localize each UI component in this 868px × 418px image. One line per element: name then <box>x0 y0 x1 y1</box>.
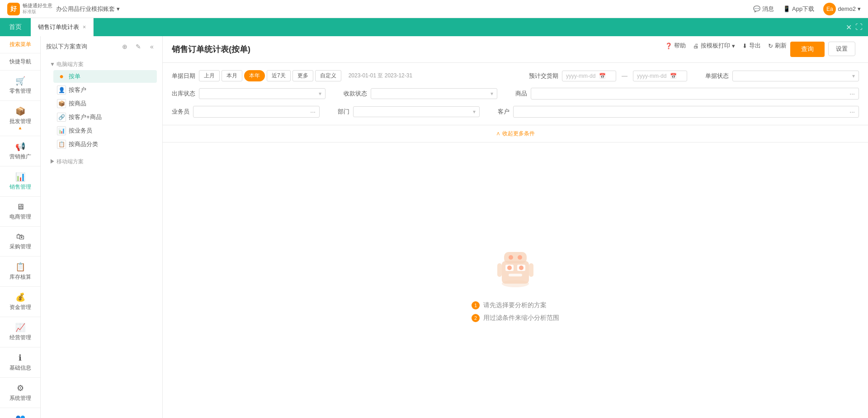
dept-label: 部门 <box>338 108 349 116</box>
message-icon: 💬 <box>753 5 760 12</box>
sidebar-item-inventory[interactable]: 📋 库存核算 <box>0 256 40 287</box>
sidebar-item-system[interactable]: ⚙ 系统管理 <box>0 378 40 408</box>
user-chevron-icon: ▾ <box>858 5 861 12</box>
export-btn[interactable]: ⬇ 导出 <box>742 42 761 50</box>
scheme-by-category[interactable]: 📋 按商品分类 <box>53 138 157 151</box>
message-btn[interactable]: 💬 消息 <box>753 5 774 13</box>
bill-status-select[interactable]: ▾ <box>732 71 859 81</box>
sidebar-label-system: 系统管理 <box>4 394 37 402</box>
sidebar-label-purchase: 采购管理 <box>4 243 37 251</box>
print-label: 按模板打印 <box>701 42 730 50</box>
sidebar: 搜索菜单 快捷导航 🛒 零售管理 📦 批发管理 ▲ 📢 营销推广 📊 销售管理 … <box>0 36 41 418</box>
box-icon: 📦 <box>57 99 66 108</box>
sidebar-nav[interactable]: 快捷导航 <box>0 53 40 71</box>
refresh-btn[interactable]: ↻ 刷新 <box>768 42 787 50</box>
left-panel: 按以下方案查询 ⊕ ✎ « ▼ 电脑端方案 <box>41 36 163 418</box>
industry-name: 办公用品行业模拟账套 <box>56 5 115 13</box>
sidebar-item-cooperation[interactable]: 👥 企业协同 <box>0 408 40 418</box>
hint-text-1: 请先选择要分析的方案 <box>483 301 547 309</box>
page-actions: ❓ 帮助 🖨 按模板打印 ▾ ⬇ 导出 <box>665 42 787 50</box>
logo-subtitle: 标准版 <box>23 9 52 15</box>
svg-rect-9 <box>504 252 527 263</box>
expected-date-to-placeholder: yyyy-mm-dd <box>637 73 666 79</box>
product-select[interactable]: ··· <box>531 88 859 100</box>
sidebar-item-sales[interactable]: 📊 销售管理 <box>0 166 40 197</box>
expected-date-to[interactable]: yyyy-mm-dd 📅 <box>633 71 687 81</box>
scheme-by-salesperson-label: 按业务员 <box>69 127 92 135</box>
print-btn[interactable]: 🖨 按模板打印 ▾ <box>693 42 735 50</box>
date-btn-7days[interactable]: 近7天 <box>267 70 291 81</box>
collapse-panel-btn[interactable]: « <box>147 42 157 52</box>
edit-scheme-btn[interactable]: ✎ <box>133 42 143 52</box>
expand-indicator: ▲ <box>4 125 37 130</box>
sidebar-label-sales: 销售管理 <box>4 183 37 191</box>
date-separator: — <box>622 72 627 79</box>
scheme-by-customer[interactable]: 👤 按客户 <box>53 84 157 96</box>
industry-selector[interactable]: 办公用品行业模拟账套 ▾ <box>56 5 120 13</box>
collapse-icon: « <box>150 43 154 50</box>
svg-rect-7 <box>497 263 502 277</box>
query-button[interactable]: 查询 <box>790 42 825 57</box>
close-window-icon[interactable]: ✕ <box>846 23 852 32</box>
top-bar-right: 💬 消息 📱 App下载 Ea demo2 ▾ <box>753 3 861 15</box>
date-btn-last-month[interactable]: 上月 <box>199 70 220 81</box>
collapse-bar[interactable]: ∧ 收起更多条件 <box>163 125 868 142</box>
page-title: 销售订单统计表(按单) <box>172 44 250 55</box>
add-scheme-btn[interactable]: ⊕ <box>120 42 130 52</box>
tab-close-icon[interactable]: × <box>83 24 86 30</box>
scheme-by-product[interactable]: 📦 按商品 <box>53 97 157 110</box>
empty-text: 1 请先选择要分析的方案 2 用过滤条件来缩小分析范围 <box>472 301 559 322</box>
filter-customer: 客户 ··· <box>498 106 859 118</box>
sidebar-item-basic[interactable]: ℹ 基础信息 <box>0 347 40 378</box>
edit-icon: ✎ <box>136 43 141 50</box>
scheme-tree: ● 按单 👤 按客户 📦 按商品 🔗 按客户+商品 📊 按业务员 <box>46 70 157 151</box>
sidebar-item-purchase[interactable]: 🛍 采购管理 <box>0 227 40 256</box>
settings-button[interactable]: 设置 <box>828 42 855 56</box>
sidebar-label-finance: 资金管理 <box>4 304 37 311</box>
payment-status-select[interactable]: ▾ <box>371 88 497 99</box>
sidebar-item-marketing[interactable]: 📢 营销推广 <box>0 136 40 166</box>
tab-home[interactable]: 首页 <box>0 18 31 36</box>
system-icon: ⚙ <box>4 383 37 393</box>
scheme-by-order[interactable]: ● 按单 <box>53 70 157 83</box>
sidebar-item-operations[interactable]: 📈 经营管理 <box>0 317 40 347</box>
date-btn-this-month[interactable]: 本月 <box>222 70 242 81</box>
app-download-btn[interactable]: 📱 App下载 <box>783 5 814 13</box>
logo-area: 好 畅捷通好生意 标准版 <box>7 3 52 15</box>
print-icon: 🖨 <box>693 43 699 49</box>
sidebar-item-wholesale[interactable]: 📦 批发管理 ▲ <box>0 101 40 136</box>
tab-bar-right: ✕ ⛶ <box>846 23 868 32</box>
hint-num-2: 2 <box>472 314 480 322</box>
sidebar-search[interactable]: 搜索菜单 <box>0 36 40 53</box>
sidebar-item-retail[interactable]: 🛒 零售管理 <box>0 71 40 101</box>
svg-rect-6 <box>509 274 522 276</box>
svg-point-10 <box>509 255 513 260</box>
svg-point-4 <box>507 266 512 270</box>
ship-status-arrow: ▾ <box>319 90 321 97</box>
avatar: Ea <box>823 3 836 15</box>
logo-text: 畅捷通好生意 <box>23 3 52 9</box>
dept-select[interactable]: ▾ <box>353 106 480 117</box>
filter-payment-status: 收款状态 ▾ <box>344 88 497 99</box>
circle-icon: ● <box>57 72 66 81</box>
scheme-by-customer-product[interactable]: 🔗 按客户+商品 <box>53 111 157 124</box>
scheme-by-salesperson[interactable]: 📊 按业务员 <box>53 124 157 137</box>
date-btn-more[interactable]: 更多 <box>292 70 313 81</box>
customer-select[interactable]: ··· <box>513 106 859 118</box>
expand-icon[interactable]: ⛶ <box>855 23 863 31</box>
left-panel-title: 按以下方案查询 <box>46 43 87 51</box>
user-menu[interactable]: Ea demo2 ▾ <box>823 3 861 15</box>
date-btn-custom[interactable]: 自定义 <box>315 70 341 81</box>
sidebar-label-ecommerce: 电商管理 <box>4 213 37 221</box>
export-icon: ⬇ <box>742 43 747 49</box>
expected-date-from[interactable]: yyyy-mm-dd 📅 <box>562 71 616 81</box>
date-btn-this-year[interactable]: 本年 <box>244 70 265 81</box>
tab-sales-order[interactable]: 销售订单统计表 × <box>31 18 94 36</box>
salesperson-select[interactable]: ··· <box>193 106 320 118</box>
sidebar-item-finance[interactable]: 💰 资金管理 <box>0 287 40 317</box>
desktop-section-label: ▼ 电脑端方案 <box>46 57 157 70</box>
empty-hint-1: 1 请先选择要分析的方案 <box>472 301 559 309</box>
sidebar-item-ecommerce[interactable]: 🖥 电商管理 <box>0 197 40 227</box>
ship-status-select[interactable]: ▾ <box>199 88 326 99</box>
help-btn[interactable]: ❓ 帮助 <box>665 42 686 50</box>
